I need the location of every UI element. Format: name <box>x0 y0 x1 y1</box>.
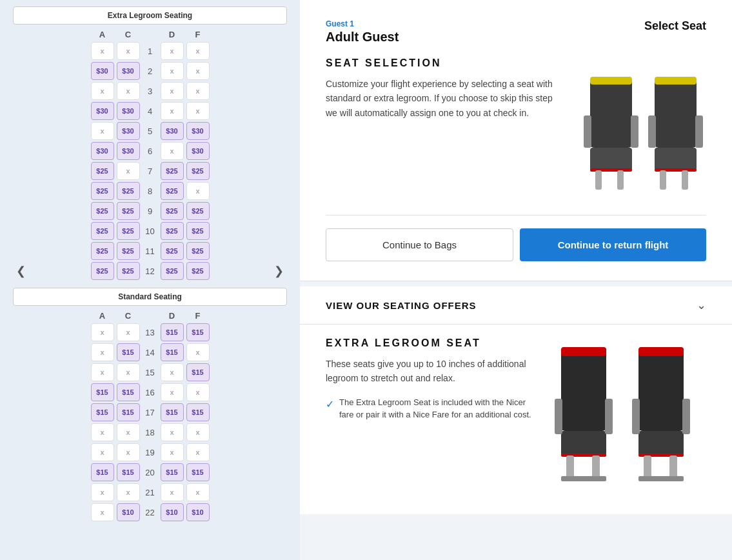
seat-row: $30$302xx <box>13 62 287 80</box>
seat-21-F[interactable]: x <box>186 483 210 501</box>
seat-21-C[interactable]: x <box>117 483 140 501</box>
svg-rect-19 <box>555 399 562 434</box>
seat-16-A[interactable]: $15 <box>91 383 114 401</box>
seat-20-C[interactable]: $15 <box>117 463 140 481</box>
seat-4-D[interactable]: x <box>161 102 184 120</box>
seat-18-C[interactable]: x <box>117 423 140 441</box>
seat-12-F[interactable]: $25 <box>186 262 210 280</box>
seat-1-C[interactable]: x <box>117 42 140 60</box>
seat-16-C[interactable]: $15 <box>117 383 140 401</box>
seat-2-A[interactable]: $30 <box>91 62 114 80</box>
seat-4-F[interactable]: x <box>186 102 210 120</box>
seat-13-D[interactable]: $15 <box>161 323 184 341</box>
seat-3-A[interactable]: x <box>91 82 114 100</box>
seat-13-A[interactable]: x <box>91 323 114 341</box>
seat-13-F[interactable]: $15 <box>186 323 210 341</box>
seat-10-C[interactable]: $25 <box>117 222 140 240</box>
seat-9-A[interactable]: $25 <box>91 202 114 220</box>
seat-11-C[interactable]: $25 <box>117 242 140 260</box>
seat-15-A[interactable]: x <box>91 363 114 381</box>
seat-20-F[interactable]: $15 <box>186 463 210 481</box>
seat-2-C[interactable]: $30 <box>117 62 140 80</box>
seat-19-C[interactable]: x <box>117 443 140 461</box>
seat-5-D[interactable]: $30 <box>161 122 184 140</box>
seat-2-D[interactable]: x <box>161 62 184 80</box>
seat-7-A[interactable]: $25 <box>91 162 114 180</box>
seat-15-D[interactable]: x <box>161 363 184 381</box>
seat-11-F[interactable]: $25 <box>186 242 210 260</box>
prev-arrow[interactable]: ❮ <box>16 264 26 278</box>
row-number-13: 13 <box>143 328 158 337</box>
seat-9-C[interactable]: $25 <box>117 202 140 220</box>
col-d-header: D <box>161 30 184 39</box>
seat-20-D[interactable]: $15 <box>161 463 184 481</box>
seat-14-F[interactable]: x <box>186 343 210 361</box>
extra-legroom-grid: xx1xx$30$302xxxx3xx$30$304xxx$305$30$30$… <box>13 42 287 280</box>
seat-12-D[interactable]: $25 <box>161 262 184 280</box>
seat-19-D[interactable]: x <box>161 443 184 461</box>
seat-20-A[interactable]: $15 <box>91 463 114 481</box>
seat-17-C[interactable]: $15 <box>117 403 140 421</box>
seat-14-D[interactable]: $15 <box>161 343 184 361</box>
seat-6-A[interactable]: $30 <box>91 142 114 160</box>
seat-21-A[interactable]: x <box>91 483 114 501</box>
seat-8-D[interactable]: $25 <box>161 182 184 200</box>
seat-6-F[interactable]: $30 <box>186 142 210 160</box>
seat-7-F[interactable]: $25 <box>186 162 210 180</box>
seat-18-A[interactable]: x <box>91 423 114 441</box>
seat-10-A[interactable]: $25 <box>91 222 114 240</box>
seat-1-D[interactable]: x <box>161 42 184 60</box>
seat-18-F[interactable]: x <box>186 423 210 441</box>
seat-7-D[interactable]: $25 <box>161 162 184 180</box>
seat-8-F[interactable]: x <box>186 182 210 200</box>
seat-13-C[interactable]: x <box>117 323 140 341</box>
seat-5-C[interactable]: $30 <box>117 122 140 140</box>
seat-4-C[interactable]: $30 <box>117 102 140 120</box>
seat-5-F[interactable]: $30 <box>186 122 210 140</box>
seat-15-C[interactable]: x <box>117 363 140 381</box>
seat-6-C[interactable]: $30 <box>117 142 140 160</box>
seat-16-D[interactable]: x <box>161 383 184 401</box>
seat-1-F[interactable]: x <box>186 42 210 60</box>
seat-22-C[interactable]: $10 <box>117 503 140 521</box>
seat-2-F[interactable]: x <box>186 62 210 80</box>
seat-5-A[interactable]: x <box>91 122 114 140</box>
seat-22-F[interactable]: $10 <box>186 503 210 521</box>
seat-16-F[interactable]: x <box>186 383 210 401</box>
seat-14-A[interactable]: x <box>91 343 114 361</box>
seat-19-A[interactable]: x <box>91 443 114 461</box>
offers-header[interactable]: VIEW OUR SEATING OFFERS ⌄ <box>300 286 732 325</box>
seat-3-F[interactable]: x <box>186 82 210 100</box>
seat-15-F[interactable]: $15 <box>186 363 210 381</box>
seat-8-A[interactable]: $25 <box>91 182 114 200</box>
seat-8-C[interactable]: $25 <box>117 182 140 200</box>
seat-12-C[interactable]: $25 <box>117 262 140 280</box>
seat-11-A[interactable]: $25 <box>91 242 114 260</box>
seat-4-A[interactable]: $30 <box>91 102 114 120</box>
seat-17-D[interactable]: $15 <box>161 403 184 421</box>
extra-legroom-col-headers: A C D F <box>13 30 287 39</box>
seat-22-A[interactable]: x <box>91 503 114 521</box>
seat-19-F[interactable]: x <box>186 443 210 461</box>
next-arrow[interactable]: ❯ <box>274 264 284 278</box>
seat-18-D[interactable]: x <box>161 423 184 441</box>
seat-6-D[interactable]: x <box>161 142 184 160</box>
continue-bags-button[interactable]: Continue to Bags <box>326 228 513 261</box>
seat-12-A[interactable]: $25 <box>91 262 114 280</box>
seat-1-A[interactable]: x <box>91 42 114 60</box>
seat-22-D[interactable]: $10 <box>161 503 184 521</box>
seat-10-D[interactable]: $25 <box>161 222 184 240</box>
seat-10-F[interactable]: $25 <box>186 222 210 240</box>
seat-17-A[interactable]: $15 <box>91 403 114 421</box>
seat-17-F[interactable]: $15 <box>186 403 210 421</box>
seat-9-D[interactable]: $25 <box>161 202 184 220</box>
seat-3-D[interactable]: x <box>161 82 184 100</box>
seat-9-F[interactable]: $25 <box>186 202 210 220</box>
seat-3-C[interactable]: x <box>117 82 140 100</box>
row-number-3: 3 <box>143 86 158 96</box>
seat-7-C[interactable]: x <box>117 162 140 180</box>
seat-14-C[interactable]: $15 <box>117 343 140 361</box>
continue-return-button[interactable]: Continue to return flight <box>520 228 706 261</box>
seat-11-D[interactable]: $25 <box>161 242 184 260</box>
seat-21-D[interactable]: x <box>161 483 184 501</box>
